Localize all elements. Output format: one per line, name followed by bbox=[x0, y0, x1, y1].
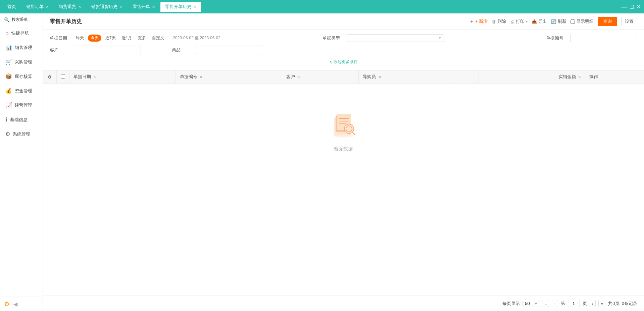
page-number-input[interactable] bbox=[568, 300, 580, 307]
sort-amount-icon[interactable]: ⇅ bbox=[578, 75, 581, 79]
svg-line-8 bbox=[352, 132, 355, 135]
maximize-button[interactable]: □ bbox=[630, 3, 634, 10]
tab-close-sales-return-history[interactable]: ✕ bbox=[119, 5, 122, 9]
print-dropdown-icon: ▾ bbox=[526, 20, 528, 23]
collapse-filter-button[interactable]: ∧ 收起更多条件 bbox=[329, 59, 358, 65]
date-today[interactable]: 今天 bbox=[88, 35, 101, 42]
date-more[interactable]: 更多 bbox=[136, 35, 148, 42]
date-7days[interactable]: 近7天 bbox=[103, 35, 118, 42]
finance-icon: 💰 bbox=[5, 88, 12, 94]
sidebar-item-operations[interactable]: 📈 经营管理 bbox=[0, 98, 43, 112]
select-all-checkbox[interactable] bbox=[61, 74, 65, 79]
add-button[interactable]: ＋ + 新增 bbox=[469, 18, 488, 24]
date-yesterday[interactable]: 昨天 bbox=[74, 35, 86, 42]
home-icon: ⌂ bbox=[5, 30, 9, 36]
settings-icon[interactable]: ⚙ bbox=[4, 300, 9, 308]
date-options: 昨天 今天 近7天 近1月 更多 自定义 bbox=[74, 35, 166, 42]
sidebar-item-label: 库存核算 bbox=[15, 73, 32, 80]
tab-home[interactable]: 首页 bbox=[3, 2, 21, 12]
window-controls: — □ ✕ bbox=[621, 3, 641, 10]
th-checkbox[interactable] bbox=[56, 70, 69, 84]
print-icon: 🖨 bbox=[510, 19, 514, 24]
refresh-button[interactable]: 🔄 刷新 bbox=[551, 18, 566, 24]
tab-close-retail-order[interactable]: ✕ bbox=[152, 5, 155, 9]
tab-retail-order[interactable]: 零售开单 ✕ bbox=[128, 2, 160, 12]
sidebar: 🔍 搜索采单 ⌂ 快捷导航 📊 销售管理 🛒 采购管理 📦 库存核算 💰 资金管… bbox=[0, 13, 43, 311]
tab-close-sales-order[interactable]: ✕ bbox=[46, 5, 49, 9]
date-1month[interactable]: 近1月 bbox=[120, 35, 134, 42]
next-page-button[interactable]: › bbox=[590, 300, 596, 307]
customer-input[interactable]: ··· bbox=[74, 46, 141, 54]
sidebar-item-basics[interactable]: ℹ 基础信息 bbox=[0, 112, 43, 127]
data-table: ⚙ 单据日期 ⇅ 单据编号 ⇅ bbox=[43, 70, 644, 179]
system-icon: ⚙ bbox=[5, 131, 10, 137]
display-toggle[interactable]: 显示明细 bbox=[571, 18, 594, 24]
sidebar-item-purchase[interactable]: 🛒 采购管理 bbox=[0, 55, 43, 69]
empty-state: 暂无数据 bbox=[43, 84, 644, 179]
inventory-icon: 📦 bbox=[5, 73, 12, 80]
content-area: 零售开单历史 ＋ + 新增 🗑 删除 🖨 打印 ▾ 📤 导出 bbox=[43, 13, 644, 311]
page-size-label: 每页显示 bbox=[502, 301, 520, 307]
th-date: 单据日期 ⇅ bbox=[69, 70, 176, 84]
tab-retail-order-history[interactable]: 零售开单历史 ✕ bbox=[160, 2, 201, 12]
goods-ellipsis-btn[interactable]: ··· bbox=[253, 47, 260, 53]
sort-salesperson-icon[interactable]: ⇅ bbox=[379, 75, 381, 79]
sidebar-item-label: 快捷导航 bbox=[11, 30, 29, 36]
date-label: 单据日期 bbox=[50, 35, 68, 41]
print-button[interactable]: 🖨 打印 ▾ bbox=[510, 18, 528, 24]
sidebar-item-sales[interactable]: 📊 销售管理 bbox=[0, 40, 43, 55]
tab-close-sales-return[interactable]: ✕ bbox=[78, 5, 81, 9]
settings-filter-button[interactable]: 设置 bbox=[621, 17, 637, 26]
tab-sales-return[interactable]: 销货退货 ✕ bbox=[54, 2, 86, 12]
sidebar-search[interactable]: 🔍 搜索采单 bbox=[0, 13, 43, 26]
th-spacer bbox=[450, 70, 479, 84]
sales-icon: 📊 bbox=[5, 44, 12, 51]
sidebar-search-label: 搜索采单 bbox=[12, 17, 28, 22]
goods-label: 商品 bbox=[172, 47, 191, 53]
tab-sales-order[interactable]: 销售订单 ✕ bbox=[21, 2, 53, 12]
doc-no-input[interactable] bbox=[570, 34, 637, 42]
header-actions: ＋ + 新增 🗑 删除 🖨 打印 ▾ 📤 导出 🔄 bbox=[469, 17, 637, 26]
sidebar-item-finance[interactable]: 💰 资金管理 bbox=[0, 84, 43, 98]
empty-state-row: 暂无数据 bbox=[43, 84, 644, 179]
sidebar-item-quicknav[interactable]: ⌂ 快捷导航 bbox=[0, 26, 43, 40]
last-page-button[interactable]: » bbox=[598, 300, 605, 307]
tab-close-retail-order-history[interactable]: ✕ bbox=[193, 5, 196, 9]
table-body: 暂无数据 bbox=[43, 84, 644, 179]
customer-label: 客户 bbox=[50, 47, 68, 53]
sort-no-icon[interactable]: ⇅ bbox=[200, 75, 202, 79]
sort-customer-icon[interactable]: ⇅ bbox=[297, 75, 300, 79]
pagination: 每页显示 10 20 50 100 « ‹ 第 页 › » 共0页, 0条记录 bbox=[43, 296, 644, 311]
customer-ellipsis-btn[interactable]: ··· bbox=[131, 47, 138, 53]
export-button[interactable]: 📤 导出 bbox=[532, 18, 547, 24]
sidebar-item-inventory[interactable]: 📦 库存核算 bbox=[0, 69, 43, 84]
collapse-row: ∧ 收起更多条件 bbox=[50, 58, 637, 66]
refresh-icon: 🔄 bbox=[551, 19, 556, 24]
search-icon: 🔍 bbox=[4, 17, 10, 22]
tab-sales-return-history[interactable]: 销货退货历史 ✕ bbox=[87, 2, 127, 12]
display-checkbox[interactable] bbox=[571, 19, 575, 24]
column-settings-icon[interactable]: ⚙ bbox=[48, 74, 52, 80]
collapse-sidebar-icon[interactable]: ◀ bbox=[13, 301, 17, 307]
page-size-select[interactable]: 10 20 50 100 bbox=[523, 300, 539, 307]
delete-button[interactable]: 🗑 删除 bbox=[492, 18, 506, 24]
purchase-icon: 🛒 bbox=[5, 59, 12, 65]
prev-page-button[interactable]: ‹ bbox=[552, 300, 558, 307]
th-action: 操作 bbox=[585, 70, 644, 84]
sort-date-icon[interactable]: ⇅ bbox=[93, 75, 96, 79]
close-button[interactable]: ✕ bbox=[636, 3, 641, 10]
sidebar-item-label: 经营管理 bbox=[15, 102, 32, 108]
total-records: 共0页, 0条记录 bbox=[608, 301, 637, 307]
empty-state-cell: 暂无数据 bbox=[43, 84, 644, 179]
minimize-button[interactable]: — bbox=[621, 3, 627, 10]
goods-input[interactable]: ··· bbox=[196, 46, 263, 54]
doc-type-select[interactable]: ▾ bbox=[347, 34, 444, 42]
filter-row-2: 客户 ··· 商品 ··· bbox=[50, 46, 637, 54]
doc-no-label: 单据编号 bbox=[546, 35, 565, 41]
filter-area: 单据日期 昨天 今天 近7天 近1月 更多 自定义 2023-06-02 至 2… bbox=[43, 30, 644, 70]
query-button[interactable]: 查询 bbox=[598, 17, 617, 26]
th-settings[interactable]: ⚙ bbox=[43, 70, 56, 84]
first-page-button[interactable]: « bbox=[542, 300, 549, 307]
date-custom[interactable]: 自定义 bbox=[150, 35, 166, 42]
sidebar-item-system[interactable]: ⚙ 系统管理 bbox=[0, 127, 43, 141]
